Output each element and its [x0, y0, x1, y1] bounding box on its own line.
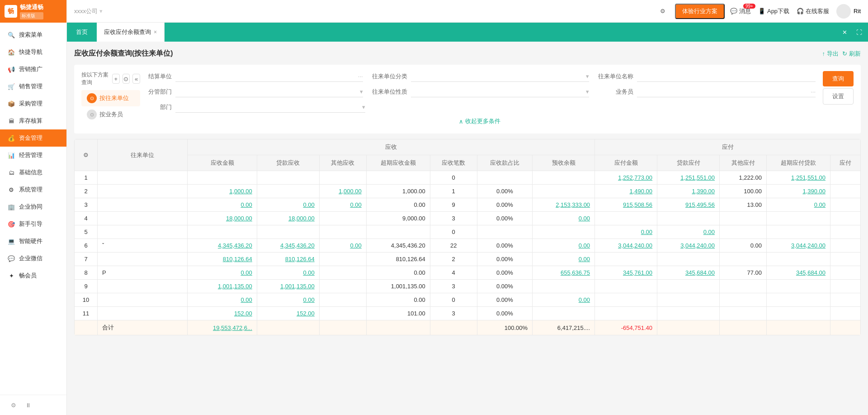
table-cell[interactable]: 3,044,240.00 — [595, 239, 657, 253]
table-cell[interactable]: 810,126.64 — [188, 253, 257, 266]
subnav-by-staff[interactable]: ⊙ 按业务员 — [81, 106, 140, 123]
user-area[interactable]: Rit — [836, 4, 861, 19]
table-cell[interactable]: 0.00 — [533, 212, 595, 225]
department-input[interactable] — [175, 104, 362, 110]
table-cell[interactable]: 1,390.00 — [657, 185, 720, 198]
sidebar-item-wechat[interactable]: 💬 企业微信 — [0, 250, 66, 267]
table-cell[interactable]: 345,761.00 — [595, 266, 657, 280]
subnav-by-unit[interactable]: ⊙ 按往来单位 — [81, 90, 140, 106]
table-cell[interactable]: 0.00 — [257, 198, 319, 212]
sidebar-item-finance[interactable]: 💰 资金管理 — [0, 129, 66, 147]
query-button[interactable]: 查询 — [823, 71, 854, 86]
message-button[interactable]: 💬 消息 99+ — [730, 7, 751, 15]
sidebar-item-sales[interactable]: 🛒 销售管理 — [0, 78, 66, 95]
table-cell[interactable]: 0.00 — [319, 239, 366, 253]
table-cell[interactable]: 0.00 — [188, 198, 257, 212]
table-cell[interactable]: 1,490.00 — [595, 185, 657, 198]
table-cell[interactable]: 4,345,436.20 — [257, 239, 319, 253]
table-cell[interactable]: 0.00 — [319, 198, 366, 212]
table-cell[interactable]: 1,000.00 — [188, 185, 257, 198]
partner-name-input-wrap[interactable] — [637, 71, 816, 82]
sidebar-item-marketing[interactable]: 📢 营销推广 — [0, 61, 66, 78]
table-cell[interactable]: 345,684.00 — [657, 266, 720, 280]
table-settings-icon[interactable]: ⚙ — [79, 148, 93, 162]
partner-cat-chevron-icon[interactable]: ▾ — [586, 73, 589, 80]
salesman-input-wrap[interactable]: ··· — [637, 86, 816, 97]
tab-home[interactable]: 首页 — [67, 23, 97, 42]
partner-name-input[interactable] — [637, 73, 816, 80]
table-cell[interactable]: 1,001,135.00 — [257, 280, 319, 293]
app-download-button[interactable]: 📱 App下载 — [758, 7, 789, 15]
table-cell[interactable]: 0.00 — [595, 225, 657, 239]
table-cell[interactable]: 4,345,436.20 — [188, 239, 257, 253]
settlement-input-wrap[interactable]: ··· — [175, 71, 363, 82]
sidebar-item-corp[interactable]: 🏢 企业协同 — [0, 198, 66, 215]
table-cell[interactable]: 3,044,240.00 — [657, 239, 720, 253]
collapse-btn[interactable]: ⏸ — [22, 399, 34, 411]
service-button[interactable]: 🎧 在线客服 — [797, 7, 829, 15]
tab-close-window-btn[interactable]: ✕ — [839, 27, 850, 38]
sidebar-item-hardware[interactable]: 💻 智能硬件 — [0, 233, 66, 250]
table-cell[interactable]: 0.00 — [767, 198, 830, 212]
gear-button[interactable]: ⚙ — [656, 5, 670, 18]
promo-button[interactable]: 体验行业方案 — [675, 4, 725, 19]
department-input-wrap[interactable]: ▾ — [175, 102, 365, 113]
partner-cat-input-wrap[interactable]: ▾ — [411, 71, 590, 82]
export-button[interactable]: ↑ 导出 — [822, 50, 839, 58]
salesman-input[interactable] — [637, 88, 811, 95]
tab-close-icon[interactable]: × — [154, 29, 157, 35]
table-cell[interactable]: 0.00 — [188, 266, 257, 280]
table-cell[interactable]: 810,126.64 — [257, 253, 319, 266]
table-cell[interactable]: 1,390.00 — [767, 185, 830, 198]
table-cell[interactable]: 1,000.00 — [319, 185, 366, 198]
dept-chevron-icon[interactable]: ▾ — [360, 88, 363, 95]
total-ar-amt[interactable]: 19,553,472,6... — [188, 320, 257, 335]
table-cell[interactable]: 345,684.00 — [767, 266, 830, 280]
table-cell[interactable]: 18,000.00 — [188, 212, 257, 225]
table-cell[interactable]: 1,001,135.00 — [188, 280, 257, 293]
table-cell[interactable]: 0.00 — [657, 225, 720, 239]
table-cell[interactable]: 0.00 — [533, 239, 595, 253]
table-cell[interactable]: 18,000.00 — [257, 212, 319, 225]
partner-nature-input-wrap[interactable]: ▾ — [411, 86, 590, 97]
dept-input-wrap[interactable]: ▾ — [175, 86, 363, 97]
department-chevron-icon[interactable]: ▾ — [362, 104, 365, 110]
settings-bottom-btn[interactable]: ⚙ — [7, 399, 20, 411]
partner-cat-input[interactable] — [411, 73, 586, 80]
sidebar-item-basic[interactable]: 🗂 基础信息 — [0, 164, 66, 181]
table-cell[interactable]: 915,508.56 — [595, 198, 657, 212]
table-cell[interactable]: 1,252,773.00 — [595, 171, 657, 185]
sidebar-item-guide[interactable]: 🎯 新手引导 — [0, 215, 66, 233]
table-cell[interactable]: 3,044,240.00 — [767, 239, 830, 253]
sidebar-item-member[interactable]: ✦ 畅会员 — [0, 267, 66, 284]
table-cell[interactable]: 0.00 — [533, 253, 595, 266]
filter-collapse-btn[interactable]: « — [132, 74, 140, 84]
partner-nature-input[interactable] — [411, 88, 586, 95]
refresh-button[interactable]: ↻ 刷新 — [842, 50, 861, 58]
table-cell[interactable]: 915,495.56 — [657, 198, 720, 212]
table-cell[interactable]: 0.00 — [188, 293, 257, 307]
sidebar-item-search[interactable]: 🔍 搜索菜单 — [0, 26, 66, 43]
settlement-input[interactable] — [175, 73, 358, 80]
partner-nature-chevron-icon[interactable]: ▾ — [586, 88, 589, 95]
table-cell[interactable]: 152.00 — [257, 307, 319, 320]
collapse-more-btn[interactable]: ∧ 收起更多条件 — [459, 117, 500, 125]
table-cell[interactable]: 1,251,551.00 — [767, 171, 830, 185]
table-cell[interactable]: 0.00 — [257, 266, 319, 280]
table-cell[interactable]: 2,153,333.00 — [533, 198, 595, 212]
table-cell[interactable]: 0.00 — [257, 293, 319, 307]
table-cell[interactable]: 1,251,551.00 — [657, 171, 720, 185]
salesman-dots-icon[interactable]: ··· — [811, 88, 816, 95]
table-cell[interactable]: 152.00 — [188, 307, 257, 320]
sidebar-item-inventory[interactable]: 🏛 库存核算 — [0, 112, 66, 129]
filter-add-btn[interactable]: + — [112, 74, 120, 84]
sidebar-item-system[interactable]: ⚙ 系统管理 — [0, 181, 66, 198]
dept-input[interactable] — [175, 88, 360, 95]
settlement-dots-icon[interactable]: ··· — [358, 73, 363, 80]
tab-fullscreen-btn[interactable]: ⛶ — [854, 27, 864, 38]
sidebar-item-purchase[interactable]: 📦 采购管理 — [0, 95, 66, 112]
tab-ar-query[interactable]: 应收应付余额查询 × — [97, 23, 165, 42]
table-cell[interactable]: 0.00 — [533, 293, 595, 307]
table-cell[interactable]: 655,636.75 — [533, 266, 595, 280]
sidebar-item-quicknav[interactable]: 🏠 快捷导航 — [0, 43, 66, 61]
